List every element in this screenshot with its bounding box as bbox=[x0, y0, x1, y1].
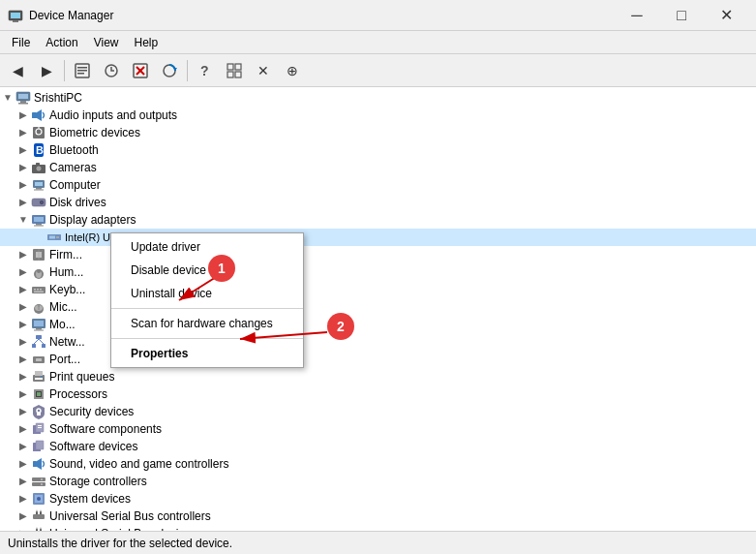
toolbar-uninstall[interactable] bbox=[127, 57, 154, 84]
svg-rect-51 bbox=[37, 269, 41, 273]
keyboard-expand-icon[interactable]: ▶ bbox=[15, 282, 31, 297]
svg-rect-64 bbox=[34, 330, 44, 331]
toolbar-add[interactable]: ⊕ bbox=[279, 57, 306, 84]
tree-item-display[interactable]: ▼ Display adapters bbox=[0, 211, 756, 229]
tree-item-usb-devices[interactable]: ▶ Universal Serial Bus devices bbox=[0, 525, 756, 531]
tree-item-processors[interactable]: ▶ Processors bbox=[0, 385, 756, 403]
biometric-expand-icon[interactable]: ▶ bbox=[15, 125, 31, 140]
svg-rect-5 bbox=[77, 70, 87, 72]
tree-item-audio[interactable]: ▶ Audio inputs and outputs bbox=[0, 107, 756, 124]
tree-item-software-devices[interactable]: ▶ Software devices bbox=[0, 438, 756, 455]
software-components-label: Software components bbox=[49, 422, 162, 436]
svg-point-30 bbox=[36, 166, 42, 171]
svg-point-60 bbox=[38, 305, 40, 307]
menu-action[interactable]: Action bbox=[38, 34, 85, 51]
tree-root[interactable]: ▼ SrishtiPC bbox=[0, 89, 756, 107]
menu-view[interactable]: View bbox=[86, 34, 127, 51]
svg-rect-35 bbox=[34, 190, 44, 191]
tree-item-security[interactable]: ▶ Security devices bbox=[0, 403, 756, 420]
software-devices-expand-icon[interactable]: ▶ bbox=[15, 439, 31, 454]
storage-expand-icon[interactable]: ▶ bbox=[15, 474, 31, 489]
ports-expand-icon[interactable]: ▶ bbox=[15, 352, 31, 367]
audio-expand-icon[interactable]: ▶ bbox=[15, 108, 31, 123]
sound-label: Sound, video and game controllers bbox=[49, 457, 228, 471]
svg-text:B: B bbox=[36, 144, 44, 156]
disk-expand-icon[interactable]: ▶ bbox=[15, 195, 31, 210]
toolbar-back[interactable]: ◀ bbox=[4, 57, 31, 84]
toolbar-scan[interactable] bbox=[156, 57, 183, 84]
tree-item-usb-controllers[interactable]: ▶ Universal Serial Bus controllers bbox=[0, 508, 756, 525]
tree-item-cameras[interactable]: ▶ Cameras bbox=[0, 159, 756, 176]
svg-marker-12 bbox=[173, 68, 177, 71]
toolbar-update[interactable] bbox=[98, 57, 125, 84]
context-menu-disable[interactable]: Disable device bbox=[111, 259, 303, 282]
svg-rect-53 bbox=[34, 289, 36, 291]
security-expand-icon[interactable]: ▶ bbox=[15, 404, 31, 419]
bluetooth-expand-icon[interactable]: ▶ bbox=[15, 142, 31, 158]
svg-rect-87 bbox=[33, 461, 37, 467]
close-button[interactable]: ✕ bbox=[704, 0, 748, 31]
tree-item-sound[interactable]: ▶ Sound, video and game controllers bbox=[0, 455, 756, 473]
tree-item-software-components[interactable]: ▶ Software components bbox=[0, 420, 756, 438]
processors-expand-icon[interactable]: ▶ bbox=[15, 386, 31, 402]
tree-item-computer[interactable]: ▶ Computer bbox=[0, 176, 756, 194]
disk-label: Disk drives bbox=[49, 196, 106, 209]
usb-devices-expand-icon[interactable]: ▶ bbox=[15, 526, 31, 531]
computer-icon bbox=[15, 90, 31, 106]
svg-rect-71 bbox=[36, 358, 42, 361]
firmware-expand-icon[interactable]: ▶ bbox=[15, 247, 31, 262]
computer-label: Computer bbox=[49, 178, 101, 192]
root-expand-icon[interactable]: ▼ bbox=[0, 90, 15, 106]
tree-item-bluetooth[interactable]: ▶ B Bluetooth bbox=[0, 141, 756, 159]
menu-file[interactable]: File bbox=[4, 34, 38, 51]
toolbar-properties[interactable] bbox=[69, 57, 96, 84]
svg-line-69 bbox=[39, 339, 44, 344]
svg-rect-62 bbox=[34, 321, 44, 326]
context-menu-properties[interactable]: Properties bbox=[111, 342, 303, 365]
svg-rect-34 bbox=[36, 188, 42, 190]
computer-icon2 bbox=[31, 177, 46, 193]
computer-expand-icon[interactable]: ▶ bbox=[15, 177, 31, 193]
mice-expand-icon[interactable]: ▶ bbox=[15, 299, 31, 315]
svg-rect-1 bbox=[11, 13, 20, 18]
context-menu-scan[interactable]: Scan for hardware changes bbox=[111, 312, 303, 335]
sound-expand-icon[interactable]: ▶ bbox=[15, 456, 31, 472]
context-menu-sep2 bbox=[111, 338, 303, 339]
network-expand-icon[interactable]: ▶ bbox=[15, 334, 31, 350]
toolbar-sep1 bbox=[64, 60, 65, 81]
tree-item-system[interactable]: ▶ System devices bbox=[0, 490, 756, 508]
tree-item-disk[interactable]: ▶ Disk drives bbox=[0, 194, 756, 211]
software-components-expand-icon[interactable]: ▶ bbox=[15, 421, 31, 437]
usb-controllers-expand-icon[interactable]: ▶ bbox=[15, 508, 31, 524]
toolbar-forward[interactable]: ▶ bbox=[33, 57, 60, 84]
tree-item-biometric[interactable]: ▶ Biometric devices bbox=[0, 124, 756, 141]
toolbar-sep2 bbox=[187, 60, 188, 81]
system-expand-icon[interactable]: ▶ bbox=[15, 491, 31, 507]
title-bar: Device Manager ─ □ ✕ bbox=[0, 0, 756, 31]
menu-bar: File Action View Help bbox=[0, 31, 756, 54]
display-expand-icon[interactable]: ▼ bbox=[15, 212, 31, 228]
menu-help[interactable]: Help bbox=[127, 34, 166, 51]
monitors-expand-icon[interactable]: ▶ bbox=[15, 317, 31, 332]
tree-item-print[interactable]: ▶ Print queues bbox=[0, 368, 756, 385]
context-menu-uninstall[interactable]: Uninstall device bbox=[111, 282, 303, 305]
print-expand-icon[interactable]: ▶ bbox=[15, 369, 31, 385]
toolbar-help[interactable]: ? bbox=[192, 57, 219, 84]
svg-point-104 bbox=[36, 528, 38, 530]
network-icon bbox=[31, 334, 46, 350]
display-label: Display adapters bbox=[49, 213, 136, 227]
context-menu-update[interactable]: Update driver bbox=[111, 235, 303, 259]
toolbar-collapse-all[interactable]: ✕ bbox=[250, 57, 277, 84]
hid-expand-icon[interactable]: ▶ bbox=[15, 264, 31, 280]
maximize-button[interactable]: □ bbox=[659, 0, 704, 31]
svg-rect-14 bbox=[227, 64, 233, 70]
minimize-button[interactable]: ─ bbox=[615, 0, 659, 31]
firmware-icon bbox=[31, 247, 46, 262]
svg-line-68 bbox=[34, 339, 39, 344]
storage-label: Storage controllers bbox=[49, 475, 147, 488]
audio-label: Audio inputs and outputs bbox=[49, 108, 177, 122]
cameras-expand-icon[interactable]: ▶ bbox=[15, 160, 31, 175]
monitor-icon bbox=[31, 317, 46, 332]
tree-item-storage[interactable]: ▶ Storage controllers bbox=[0, 473, 756, 490]
toolbar-expand-all[interactable] bbox=[221, 57, 248, 84]
